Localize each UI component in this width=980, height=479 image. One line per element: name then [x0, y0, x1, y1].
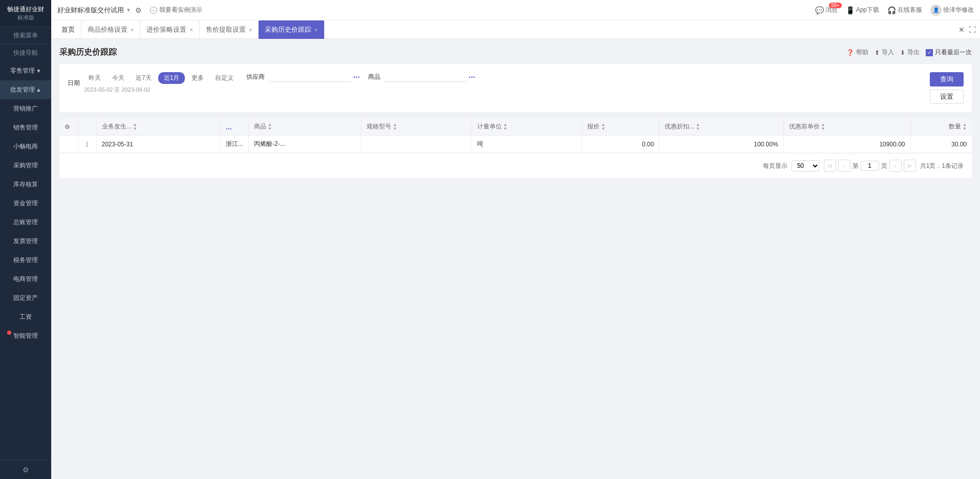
tab-sell-price[interactable]: 售价提取设置 ×: [200, 20, 259, 39]
sidebar-item-salary[interactable]: 工资: [0, 308, 51, 326]
sidebar-item-finance[interactable]: 资金管理: [0, 194, 51, 213]
cell-quantity: 30.00: [910, 136, 972, 153]
topbar-user[interactable]: 👤 徐泽华修改: [930, 5, 974, 16]
tab-sell-price-close[interactable]: ×: [249, 27, 252, 33]
page-next-btn[interactable]: ›: [889, 160, 902, 172]
checkbox-box: ✓: [926, 49, 933, 56]
import-action[interactable]: ⬆ 导入: [875, 48, 894, 57]
sidebar-item-inventory[interactable]: 库存核算: [0, 175, 51, 194]
data-table: ⚙ 业务发生... ▲▼ ...: [59, 118, 972, 153]
export-icon: ⬇: [900, 49, 905, 56]
page-last-btn[interactable]: ⊳: [904, 160, 916, 172]
date-btn-last7[interactable]: 近7天: [131, 72, 156, 84]
sidebar-quick-nav[interactable]: 快捷导航: [0, 45, 51, 61]
th-more1[interactable]: ...: [221, 118, 249, 136]
date-btn-today[interactable]: 今天: [108, 72, 129, 84]
th-quantity[interactable]: 数量 ▲▼: [910, 118, 972, 136]
topbar-settings-icon[interactable]: ⚙: [135, 6, 142, 14]
msg-badge: 99+: [829, 3, 842, 8]
filter-date: 日期 昨天 今天 近7天 近1月 更多 自定义 2023-05-02 至 202…: [68, 72, 238, 94]
sort-icon-quantity: ▲▼: [963, 123, 967, 131]
sidebar-label-tax: 税务管理: [13, 256, 38, 265]
table-container: ⚙ 业务发生... ▲▼ ...: [59, 118, 972, 153]
page-nav: ⊲ ‹ 第 1 页 › ⊳: [824, 160, 916, 172]
topbar-version[interactable]: 好业财标准版交付试用 ▼: [57, 6, 131, 15]
filter-date-btns: 昨天 今天 近7天 近1月 更多 自定义: [84, 72, 238, 84]
th-spec[interactable]: 规格型号 ▲▼: [361, 118, 472, 136]
th-product[interactable]: 商品 ▲▼: [249, 118, 361, 136]
filter-supplier-input-group: ···: [269, 72, 359, 82]
settings-button[interactable]: 设置: [930, 90, 964, 104]
help-label: 帮助: [856, 48, 868, 57]
sort-icon-spec: ▲▼: [393, 123, 397, 131]
help-action[interactable]: ❓ 帮助: [846, 48, 868, 57]
tab-purchase-strategy-close[interactable]: ×: [189, 27, 193, 33]
topbar-demo[interactable]: ○ 我要看实例演示: [150, 6, 202, 14]
tab-purchase-strategy[interactable]: 进价策略设置 ×: [140, 20, 199, 39]
sidebar-search[interactable]: 搜索菜单: [0, 27, 51, 45]
sidebar-item-retail[interactable]: 零售管理 ▼: [0, 61, 51, 80]
sidebar: 畅捷通好业财 标准版 搜索菜单 快捷导航 零售管理 ▼ 批发管理 ▲ 营销推广 …: [0, 0, 51, 479]
sidebar-item-ecommerce-small[interactable]: 小畅电商: [0, 137, 51, 156]
topbar-version-arrow: ▼: [126, 7, 131, 13]
product-more-btn[interactable]: ···: [468, 73, 475, 82]
filter-product-input-group: ···: [385, 72, 475, 82]
export-action[interactable]: ⬇ 导出: [900, 48, 920, 57]
sidebar-item-wholesale[interactable]: 批发管理 ▲: [0, 80, 51, 99]
sidebar-item-purchase[interactable]: 采购管理: [0, 156, 51, 175]
page-first-btn[interactable]: ⊲: [824, 160, 836, 172]
topbar-service[interactable]: 🎧 在线客服: [887, 6, 922, 14]
tab-history-price-close[interactable]: ×: [314, 27, 317, 33]
supplier-more-btn[interactable]: ···: [353, 73, 359, 82]
cell-original-price: 10900.00: [783, 136, 910, 153]
topbar-version-label: 好业财标准版交付试用: [57, 6, 124, 15]
th-discount[interactable]: 优惠折扣... ▲▼: [659, 118, 784, 136]
sidebar-item-invoice[interactable]: 发票管理: [0, 232, 51, 251]
filter-product-input[interactable]: [385, 72, 466, 82]
tab-price[interactable]: 商品价格设置 ×: [81, 20, 140, 39]
page-header: 采购历史价跟踪 ❓ 帮助 ⬆ 导入 ⬇ 导出 ✓ 只: [59, 47, 972, 58]
tabs-bar: 首页 商品价格设置 × 进价策略设置 × 售价提取设置 × 采购历史价跟踪 × …: [51, 20, 980, 39]
sidebar-item-smart[interactable]: 智能管理: [0, 326, 51, 345]
tab-price-close[interactable]: ×: [131, 27, 134, 33]
import-icon: ⬆: [875, 49, 880, 56]
th-date[interactable]: 业务发生... ▲▼: [96, 118, 221, 136]
th-price[interactable]: 报价 ▲▼: [582, 118, 659, 136]
sidebar-item-accounting[interactable]: 总账管理: [0, 213, 51, 232]
topbar-user-label: 徐泽华修改: [943, 6, 974, 14]
sidebar-item-marketing[interactable]: 营销推广: [0, 99, 51, 118]
date-btn-more[interactable]: 更多: [187, 72, 208, 84]
th-unit[interactable]: 计量单位 ▲▼: [472, 118, 582, 136]
tab-expand-icon[interactable]: ⛶: [969, 26, 976, 34]
query-button[interactable]: 查询: [930, 72, 964, 86]
sidebar-item-sales[interactable]: 销售管理: [0, 118, 51, 137]
tab-history-price[interactable]: 采购历史价跟踪 ×: [259, 20, 324, 39]
topbar-msg[interactable]: 💬 消息 99+: [815, 6, 838, 14]
tab-close-icon[interactable]: ✕: [958, 26, 965, 34]
cell-spec: [361, 136, 472, 153]
filter-card: 日期 昨天 今天 近7天 近1月 更多 自定义 2023-05-02 至 202…: [59, 64, 972, 112]
help-icon: ❓: [846, 49, 854, 56]
th-gear[interactable]: ⚙: [59, 118, 78, 136]
sidebar-item-fixed-assets[interactable]: 固定资产: [0, 289, 51, 308]
tab-home-label: 首页: [61, 25, 75, 34]
sidebar-label-finance: 资金管理: [13, 199, 38, 208]
page-prev-btn[interactable]: ‹: [838, 160, 850, 172]
date-btn-last1month[interactable]: 近1月: [158, 72, 185, 84]
sidebar-item-tax[interactable]: 税务管理: [0, 251, 51, 270]
topbar-app[interactable]: 📱 App下载: [846, 6, 879, 14]
gear-icon: ⚙: [65, 123, 70, 130]
tab-home[interactable]: 首页: [55, 20, 81, 39]
filter-supplier-input[interactable]: [269, 72, 351, 82]
th-original-price[interactable]: 优惠前单价 ▲▼: [783, 118, 910, 136]
page-number-input[interactable]: 1: [861, 161, 879, 171]
sidebar-gear-icon[interactable]: ⚙: [23, 466, 29, 474]
only-last-checkbox[interactable]: ✓ 只看最后一次: [926, 48, 972, 57]
filter-product-label: 商品: [368, 73, 380, 81]
th-spec-label: 规格型号: [367, 122, 391, 131]
sidebar-item-ecommerce[interactable]: 电商管理: [0, 270, 51, 289]
date-btn-custom[interactable]: 自定义: [210, 72, 238, 84]
date-btn-yesterday[interactable]: 昨天: [84, 72, 105, 84]
user-avatar: 👤: [930, 5, 942, 16]
page-size-select[interactable]: 50 20 100: [792, 160, 820, 171]
